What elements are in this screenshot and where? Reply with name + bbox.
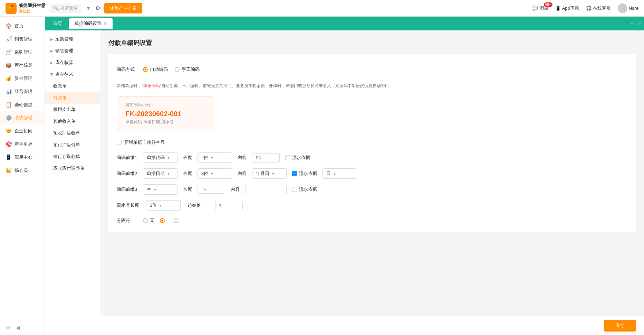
sidebar-item-appcenter[interactable]: 📱 应用中心 (0, 151, 45, 164)
sub-menu: ▶ 采购管理 ▶ 销售管理 ▶ 库存核算 (45, 30, 100, 316)
sidebar-item-basic[interactable]: 📋 基础信息 (0, 98, 45, 111)
sidebar-item-system[interactable]: ⚙️ 系统管理 (0, 111, 45, 124)
highlight-text: *单据编码* (142, 83, 161, 88)
logo-icon: 🍊 (6, 3, 17, 14)
prefix1-length-select[interactable]: 2位 ▼ (198, 152, 232, 163)
serial-length-row: 流水号长度 3位 ▼ 起始值 (117, 200, 627, 211)
tab-home[interactable]: 首页 (48, 18, 68, 29)
app-download-button[interactable]: 📱 App下载 (555, 5, 579, 11)
tab-minimize-icon[interactable]: － (629, 20, 634, 27)
save-button[interactable]: 保存 (604, 320, 636, 332)
auto-fill-checkbox[interactable] (117, 140, 122, 145)
search-icon: 🔍 (53, 6, 59, 11)
online-service-button[interactable]: 🎧 在线客服 (586, 5, 611, 11)
guide-icon: 🎯 (6, 141, 12, 147)
prefix2-content-label: 内容 (238, 170, 247, 177)
prefix1-row: 编码前缀1 单据代码 ▼ 长度 2位 ▼ 内容 (117, 152, 627, 163)
sidebar-item-home[interactable]: 🏠 首页 (0, 19, 45, 32)
sidebar-item-inventory[interactable]: 📦 库存核算 (0, 59, 45, 72)
prefix2-serial-unit-select[interactable]: 日 ▼ (323, 168, 357, 179)
sub-header-inventory[interactable]: ▶ 库存核算 (45, 57, 100, 68)
message-button[interactable]: 💬 消息 99+ (532, 5, 548, 11)
sidebar-item-enterprise[interactable]: 🤝 企业协同 (0, 124, 45, 138)
sub-group-sales: ▶ 销售管理 (45, 45, 100, 57)
prefix1-content-input[interactable] (252, 153, 280, 162)
prefix2-select[interactable]: 单据日期 ▼ (143, 168, 177, 179)
sidebar-item-operation[interactable]: 📊 经营管理 (0, 85, 45, 98)
prefix1-serial-checkbox[interactable]: 流水依据 (285, 155, 310, 161)
sub-header-capital[interactable]: ▶ 资金往来 (45, 68, 100, 80)
collapse-icon[interactable]: ◀ (16, 324, 20, 331)
manual-code-dot (175, 67, 180, 72)
sub-group-purchase: ▶ 采购管理 (45, 33, 100, 45)
tab-close-icon[interactable]: ✕ (104, 21, 107, 26)
prefix3-length-select[interactable]: ▼ (198, 186, 225, 194)
prefix2-serial-checkbox[interactable]: ✓ 流水依据 (292, 170, 317, 177)
sidebar-item-purchase[interactable]: 🛒 采购管理 (0, 46, 45, 59)
sep-dot2 (174, 218, 179, 223)
manual-code-radio[interactable]: 手工编码 (175, 66, 200, 73)
prefix3-length-label: 长度 (183, 186, 192, 193)
message-icon: 💬 (532, 6, 538, 11)
user-avatar[interactable]: Nare (618, 3, 638, 13)
example-desc: 单据代码-单据日期-流水号 (125, 119, 205, 125)
auto-code-radio[interactable]: 自动编码 (143, 66, 168, 73)
settings-bottom-icon[interactable]: ⚙ (6, 324, 10, 331)
auto-fill-label: 新增单据自动补空号 (124, 139, 165, 146)
header-left: 🍊 畅捷通好生意 旗舰版 🔍 搜索菜单 ▼ ⚙ 体验行业方案 (6, 2, 142, 14)
prefix1-select[interactable]: 单据代码 ▼ (143, 152, 177, 163)
search-menu-input[interactable]: 🔍 搜索菜单 (50, 4, 81, 13)
sidebar-item-guide[interactable]: 🎯 新手引导 (0, 138, 45, 151)
sidebar-item-vip[interactable]: 👑 畅会员 (0, 164, 45, 177)
trial-button[interactable]: 体验行业方案 (104, 3, 142, 13)
settings-gear-icon[interactable]: ⚙ (95, 5, 100, 11)
sidebar-nav: 🏠 首页 📈 销售管理 🛒 采购管理 📦 库存核算 💰 资金管理 📊 经 (0, 17, 45, 320)
start-value-input[interactable] (215, 201, 243, 210)
sub-item-advance-receipt[interactable]: 预收冲应收单 (45, 127, 100, 139)
tab-serial-code[interactable]: 单据编码设置 ✕ (69, 18, 113, 29)
sub-item-expense[interactable]: 费用支出单 (45, 104, 100, 115)
download-icon: 📱 (555, 6, 561, 11)
sep-none-radio[interactable]: 无 (143, 217, 154, 224)
system-icon: ⚙️ (6, 115, 12, 121)
tab-expand-icon[interactable]: ⤢ (637, 20, 641, 27)
prefix3-cb-icon (292, 187, 297, 192)
sep-dot2-radio[interactable]: · (174, 218, 182, 223)
sub-item-other-income[interactable]: 其他收入单 (45, 115, 100, 127)
sub-item-advance-payment[interactable]: 预付冲应付单 (45, 139, 100, 151)
sub-item-adjustment[interactable]: 应收应付调整单 (45, 162, 100, 174)
inventory-icon: 📦 (6, 62, 12, 68)
logo-text: 畅捷通好生意 旗舰版 (19, 2, 46, 14)
arrow-icon: ▶ (50, 61, 53, 65)
sep-dot-radio[interactable]: · (160, 218, 168, 223)
service-icon: 🎧 (586, 6, 592, 11)
serial-length-arrow-icon: ▼ (159, 204, 162, 207)
sub-group-capital: ▶ 资金往来 收款单 付款单 费用支出单 其他收入单 预收冲应收单 预付冲应付单… (45, 68, 100, 174)
sidebar-item-finance[interactable]: 💰 资金管理 (0, 72, 45, 85)
page-inner: ▶ 采购管理 ▶ 销售管理 ▶ 库存核算 (45, 30, 644, 316)
sep-none-dot (143, 218, 148, 223)
main-layout: 🏠 首页 📈 销售管理 🛒 采购管理 📦 库存核算 💰 资金管理 📊 经 (0, 17, 644, 335)
chevron-down-icon[interactable]: ▼ (86, 5, 91, 11)
sub-item-payment[interactable]: 付款单 (45, 92, 100, 104)
prefix3-row: 编码前缀3 空 ▼ 长度 ▼ 内容 (117, 184, 627, 195)
sidebar-item-sales[interactable]: 📈 销售管理 (0, 32, 45, 46)
finance-icon: 💰 (6, 75, 12, 82)
sub-item-receipt[interactable]: 收款单 (45, 80, 100, 92)
sep-dot-active (160, 218, 165, 223)
serial-length-select[interactable]: 3位 ▼ (146, 200, 181, 211)
prefix1-length-label: 长度 (183, 155, 192, 161)
prefix2-label: 编码前缀2 (117, 170, 137, 177)
avatar-image (618, 3, 627, 13)
sub-header-sales[interactable]: ▶ 销售管理 (45, 45, 100, 57)
prefix2-length-select[interactable]: 8位 ▼ (198, 168, 232, 179)
prefix2-content-select[interactable]: 年月日 ▼ (252, 168, 287, 179)
prefix3-content-input[interactable] (245, 185, 287, 194)
page-title: 付款单编码设置 (108, 39, 636, 47)
encoding-method-row: 编码方式 自动编码 手工编码 (117, 62, 627, 77)
sub-item-bank[interactable]: 银行存取款单 (45, 151, 100, 162)
sub-header-purchase[interactable]: ▶ 采购管理 (45, 33, 100, 45)
prefix3-serial-checkbox[interactable]: 流水依据 (292, 186, 317, 193)
prefix3-select[interactable]: 空 ▼ (143, 184, 177, 195)
appcenter-icon: 📱 (6, 154, 12, 160)
